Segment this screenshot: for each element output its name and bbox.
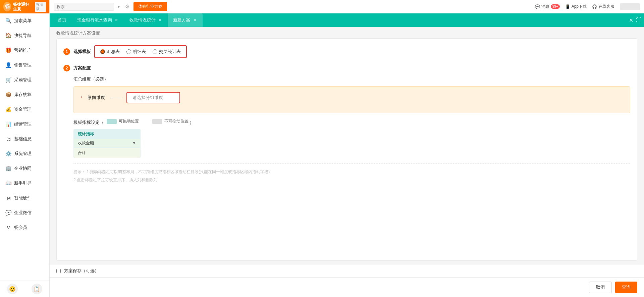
sidebar-bottom-icon-2[interactable]: 📋 <box>32 284 42 294</box>
tab-bar-expand-icon[interactable]: ⛶ <box>636 17 641 23</box>
bottom-action-bar: 取消 查询 <box>50 277 644 297</box>
form-card: 1 选择模板 汇总表 明细表 交叉统计表 <box>56 38 637 261</box>
gear-icon[interactable]: ⚙ <box>125 3 129 10</box>
dimension-select-placeholder: 请选择分组维度 <box>132 95 163 101</box>
dimension-select[interactable]: 请选择分组维度 <box>126 92 180 103</box>
stats-table: 统计指标 收款金额 ▼ 合计 <box>73 129 141 158</box>
customer-service-item[interactable]: 🎧 在线客服 <box>592 4 614 9</box>
radio-cross[interactable]: 交叉统计表 <box>153 49 181 55</box>
sidebar-item-hardware[interactable]: 🖥 智能硬件 <box>0 191 49 205</box>
radio-detail-input[interactable] <box>126 49 131 54</box>
sidebar-item-label: 畅会员 <box>14 225 27 231</box>
user-avatar[interactable] <box>620 3 640 10</box>
sidebar-nav: 🔍 搜索菜单 🏠 快捷导航 🎁 营销推广 👤 销售管理 🛒 采购管理 📦 库存核… <box>0 13 49 281</box>
fixed-box <box>152 119 162 124</box>
dimension-row: * 纵向维度 —— 请选择分组维度 <box>80 92 623 103</box>
notification-item[interactable]: 💬 消息 99+ <box>535 4 560 9</box>
template-select-box: 汇总表 明细表 交叉统计表 <box>94 45 187 58</box>
sidebar-bottom-icon-1[interactable]: 😊 <box>7 284 18 294</box>
sidebar-item-label: 库存核算 <box>14 92 32 98</box>
tab-bar-right: ✕ ⛶ <box>629 17 641 23</box>
sidebar-bottom: 😊 📋 <box>0 281 49 297</box>
sidebar-item-purchase[interactable]: 🛒 采购管理 <box>0 72 49 87</box>
logo-text: 畅捷通好生意 <box>13 2 33 12</box>
radio-cross-input[interactable] <box>153 49 157 54</box>
tips-section: 提示： 1.拖动标题栏可以调整布局，不可跨维度或指标区域拖动栏目段(只能在同一维… <box>73 163 630 184</box>
radio-summary-input[interactable] <box>100 49 105 54</box>
sidebar-item-system[interactable]: ⚙️ 系统管理 <box>0 146 49 161</box>
dimension-area: * 纵向维度 —— 请选择分组维度 <box>73 86 630 113</box>
movable-box <box>107 119 117 124</box>
top-header: ▼ ⚙ 体验行业方案 💬 消息 99+ 📱 App下载 🎧 在线客服 <box>50 0 644 13</box>
sidebar: 畅 畅捷通好生意 标准版 🔍 搜索菜单 🏠 快捷导航 🎁 营销推广 👤 销售管理… <box>0 0 50 297</box>
enterprise-icon: 🏢 <box>5 165 11 171</box>
dimension-arrow: —— <box>110 95 121 101</box>
sales-icon: 👤 <box>5 62 11 68</box>
tab-new-plan-close-icon[interactable]: ✕ <box>193 18 197 22</box>
step1-header: 1 选择模板 汇总表 明细表 交叉统计表 <box>63 45 630 58</box>
sidebar-item-basic-info[interactable]: 🗂 基础信息 <box>0 132 49 146</box>
radio-summary-label: 汇总表 <box>107 49 120 55</box>
tab-collection-stats-close-icon[interactable]: ✕ <box>158 18 162 22</box>
tab-new-plan-label: 新建方案 <box>173 17 191 23</box>
stats-table-header: 统计指标 <box>74 129 140 139</box>
tab-bank-flow-label: 现金银行流水查询 <box>77 17 112 23</box>
save-label: 方案保存（可选） <box>64 268 99 274</box>
operation-icon: 📊 <box>5 121 11 127</box>
tab-new-plan[interactable]: 新建方案 ✕ <box>168 13 203 27</box>
save-checkbox[interactable] <box>56 269 61 273</box>
sidebar-item-search-menu[interactable]: 🔍 搜索菜单 <box>0 13 49 28</box>
sidebar-item-wechat[interactable]: 💬 企业微信 <box>0 205 49 220</box>
notification-badge: 99+ <box>551 4 560 9</box>
fixed-label: 不可拖动位置 <box>164 118 189 124</box>
stats-table-subheader[interactable]: 收款金额 ▼ <box>74 139 140 148</box>
stats-subheader-text: 收款金额 <box>78 140 94 146</box>
quick-nav-icon: 🏠 <box>5 33 11 39</box>
app-download-item[interactable]: 📱 App下载 <box>565 4 587 9</box>
metrics-legend: 可拖动位置 不可拖动位置 <box>107 118 189 124</box>
page-title-bar: 收款情况统计方案设置 <box>50 27 644 38</box>
tab-bar: 首页 现金银行流水查询 ✕ 收款情况统计 ✕ 新建方案 ✕ ✕ ⛶ <box>50 13 644 27</box>
sidebar-item-sales[interactable]: 👤 销售管理 <box>0 58 49 72</box>
tab-collection-stats-label: 收款情况统计 <box>129 17 156 23</box>
radio-detail[interactable]: 明细表 <box>126 49 146 55</box>
tab-collection-stats[interactable]: 收款情况统计 ✕ <box>124 13 168 27</box>
sidebar-item-quick-nav[interactable]: 🏠 快捷导航 <box>0 28 49 43</box>
legend-fixed: 不可拖动位置 <box>152 118 189 124</box>
step2-title: 方案配置 <box>73 65 91 71</box>
dropdown-arrow-icon[interactable]: ▼ <box>117 4 121 9</box>
tab-home[interactable]: 首页 <box>52 13 72 27</box>
sidebar-item-finance[interactable]: 💰 资金管理 <box>0 102 49 117</box>
cancel-button[interactable]: 取消 <box>589 282 612 293</box>
page-title: 收款情况统计方案设置 <box>56 31 100 36</box>
sidebar-item-member[interactable]: V 畅会员 <box>0 220 49 235</box>
sidebar-item-label: 搜索菜单 <box>14 18 32 24</box>
sidebar-item-enterprise[interactable]: 🏢 企业协同 <box>0 161 49 176</box>
search-input[interactable] <box>54 3 114 11</box>
sidebar-item-marketing[interactable]: 🎁 营销推广 <box>0 43 49 58</box>
radio-detail-label: 明细表 <box>133 49 146 55</box>
trial-button[interactable]: 体验行业方案 <box>133 2 167 11</box>
sidebar-item-label: 基础信息 <box>14 136 32 142</box>
query-button[interactable]: 查询 <box>615 282 637 293</box>
stats-chevron-icon[interactable]: ▼ <box>132 141 136 145</box>
sidebar-item-label: 资金管理 <box>14 106 32 112</box>
vertical-dimension-label: 纵向维度 <box>88 95 105 101</box>
sidebar-item-operation[interactable]: 📊 经营管理 <box>0 117 49 132</box>
step1-title: 选择模板 <box>73 49 91 55</box>
tab-bar-close-icon[interactable]: ✕ <box>629 17 633 23</box>
sidebar-item-label: 采购管理 <box>14 77 32 83</box>
purchase-icon: 🛒 <box>5 77 11 83</box>
sidebar-item-label: 系统管理 <box>14 151 32 157</box>
mobile-icon: 📱 <box>565 4 570 9</box>
radio-summary[interactable]: 汇总表 <box>100 49 120 55</box>
sidebar-item-guide[interactable]: 📖 新手引导 <box>0 176 49 191</box>
footer-bar: 方案保存（可选） <box>50 264 644 277</box>
sidebar-item-label: 企业协同 <box>14 165 32 171</box>
wechat-icon: 💬 <box>5 210 11 216</box>
sidebar-item-label: 销售管理 <box>14 62 32 68</box>
tab-bank-flow-close-icon[interactable]: ✕ <box>114 18 119 22</box>
sidebar-item-inventory[interactable]: 📦 库存核算 <box>0 87 49 102</box>
tab-bank-flow[interactable]: 现金银行流水查询 ✕ <box>72 13 124 27</box>
step2-section: 2 方案配置 汇总维度（必选） * 纵向维度 —— 请选择分组维度 <box>63 65 630 184</box>
